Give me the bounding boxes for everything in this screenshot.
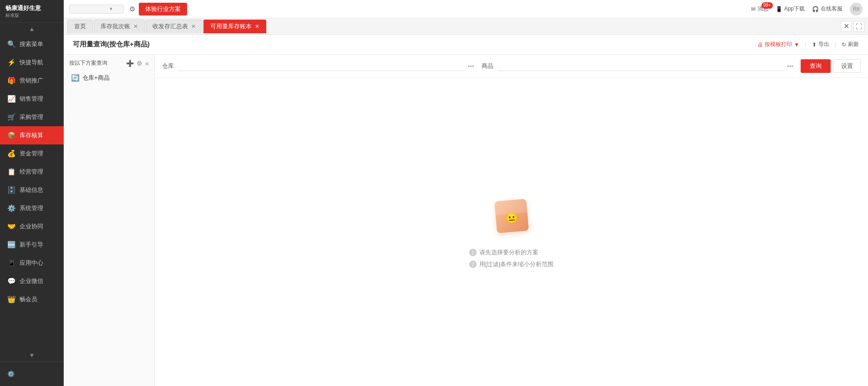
hint-text-1: 请先选择要分析的方案 bbox=[479, 248, 538, 257]
topbar-search-input[interactable] bbox=[72, 6, 109, 12]
product-input[interactable] bbox=[497, 61, 784, 71]
purchase-icon: 🛒 bbox=[7, 113, 16, 121]
sidebar-item-shortcut[interactable]: ⚡ 快捷导航 bbox=[0, 53, 64, 72]
empty-hints: 1 请先选择要分析的方案 2 用[过滤]条件来缩小分析范围 bbox=[469, 248, 553, 268]
message-icon: ✉ bbox=[751, 6, 756, 12]
product-more-icon[interactable]: ••• bbox=[787, 63, 793, 70]
tab-home[interactable]: 首页 bbox=[67, 20, 93, 33]
sidebar-label-purchase: 采购管理 bbox=[20, 113, 43, 121]
sidebar-item-member[interactable]: 👑 畅会员 bbox=[0, 290, 64, 309]
sidebar-scroll-down[interactable]: ▼ bbox=[0, 349, 64, 361]
sidebar-settings-footer[interactable]: ⚙️ bbox=[0, 365, 64, 382]
tab-summary-close[interactable]: ✕ bbox=[191, 23, 196, 30]
marketing-icon: 🎁 bbox=[7, 77, 16, 85]
sidebar-label-marketing: 营销推广 bbox=[20, 77, 43, 85]
system-icon: ⚙️ bbox=[7, 204, 16, 212]
guide-icon: 🆕 bbox=[7, 241, 16, 249]
sidebar-label-shortcut: 快捷导航 bbox=[20, 58, 43, 67]
sidebar-label-enterprise: 企业协同 bbox=[20, 222, 43, 231]
print-label: 按模板打印 bbox=[765, 41, 792, 48]
print-icon: 🖨 bbox=[757, 41, 763, 48]
tab-available-close[interactable]: ✕ bbox=[255, 23, 259, 30]
online-service-label: 在线客服 bbox=[821, 5, 843, 13]
warehouse-input[interactable] bbox=[178, 61, 464, 71]
sidebar-item-enterprise[interactable]: 🤝 企业协同 bbox=[0, 217, 64, 236]
empty-hint-2: 2 用[过滤]条件来缩小分析范围 bbox=[469, 260, 553, 268]
user-avatar[interactable]: Rit bbox=[850, 3, 863, 15]
warehouse-more-icon[interactable]: ••• bbox=[468, 63, 474, 70]
sidebar-item-guide[interactable]: 🆕 新手引导 bbox=[0, 236, 64, 254]
tabbar-expand-button[interactable]: ⛶ bbox=[853, 21, 864, 32]
topbar-gear-icon[interactable]: ⚙ bbox=[129, 5, 135, 13]
sidebar-item-inventory[interactable]: 📦 库存核算 bbox=[0, 126, 64, 144]
service-icon: 🎧 bbox=[812, 6, 819, 12]
scheme-item-warehouse-product[interactable]: 🔄 仓库+商品 bbox=[64, 70, 154, 86]
tab-available[interactable]: 可用量库存账本 ✕ bbox=[203, 20, 266, 33]
sidebar-item-system[interactable]: ⚙️ 系统管理 bbox=[0, 199, 64, 217]
sidebar-item-search[interactable]: 🔍 搜索菜单 bbox=[0, 35, 64, 53]
topbar-search-group[interactable]: ▼ bbox=[69, 5, 124, 14]
query-button[interactable]: 查询 bbox=[801, 59, 831, 73]
apps-icon: 📱 bbox=[7, 259, 16, 267]
main-area: ▼ ⚙ 体验行业方案 ✉ 消息 99+ 📱 App下载 🎧 在线客服 Rit bbox=[64, 0, 868, 386]
message-button[interactable]: ✉ 消息 99+ bbox=[751, 5, 768, 13]
empty-box: 😐 bbox=[494, 199, 529, 233]
refresh-label: 刷新 bbox=[848, 41, 859, 48]
hint-text-2: 用[过滤]条件来缩小分析范围 bbox=[479, 260, 553, 268]
print-button[interactable]: 🖨 按模板打印 ▼ bbox=[757, 41, 799, 48]
left-panel-header: 按以下方案查询 ➕ ⚙ « bbox=[64, 55, 154, 70]
product-label: 商品 bbox=[482, 62, 493, 70]
message-badge: 99+ bbox=[761, 2, 773, 9]
topbar-dropdown-icon[interactable]: ▼ bbox=[109, 6, 113, 11]
wechat-icon: 💬 bbox=[7, 277, 16, 285]
hint-num-1: 1 bbox=[469, 249, 477, 256]
filter-bar: 仓库 ••• 商品 ••• 查询 设置 bbox=[155, 55, 868, 78]
add-scheme-icon[interactable]: ➕ bbox=[126, 60, 134, 67]
filter-settings-button[interactable]: 设置 bbox=[833, 59, 861, 73]
sidebar-item-wechat[interactable]: 💬 企业微信 bbox=[0, 272, 64, 290]
export-button[interactable]: ⬆ 导出 bbox=[812, 41, 829, 48]
print-dropdown-icon[interactable]: ▼ bbox=[794, 41, 799, 48]
tab-batch-label: 库存批次账 bbox=[101, 22, 130, 31]
app-download-button[interactable]: 📱 App下载 bbox=[776, 5, 805, 13]
tab-available-label: 可用量库存账本 bbox=[210, 22, 252, 31]
tabbar-actions: ✕ ⛶ bbox=[841, 21, 864, 32]
sidebar-item-marketing[interactable]: 🎁 营销推广 bbox=[0, 72, 64, 90]
sidebar-item-sales[interactable]: 📈 销售管理 bbox=[0, 90, 64, 108]
sidebar-nav: 🔍 搜索菜单 ⚡ 快捷导航 🎁 营销推广 📈 销售管理 🛒 采购管理 📦 库存核… bbox=[0, 35, 64, 349]
refresh-button[interactable]: ↻ 刷新 bbox=[842, 41, 859, 48]
sidebar-label-sales: 销售管理 bbox=[20, 95, 43, 103]
settings-scheme-icon[interactable]: ⚙ bbox=[137, 60, 142, 67]
search-icon: 🔍 bbox=[7, 40, 16, 48]
scheme-item-label: 仓库+商品 bbox=[82, 74, 110, 82]
tab-batch-close[interactable]: ✕ bbox=[133, 23, 138, 30]
page-title: 可用量查询(按仓库+商品) bbox=[73, 40, 150, 49]
tab-bar: 首页 库存批次账 ✕ 收发存汇总表 ✕ 可用量库存账本 ✕ ✕ ⛶ bbox=[64, 18, 868, 35]
inventory-icon: 📦 bbox=[7, 131, 16, 139]
tab-summary[interactable]: 收发存汇总表 ✕ bbox=[146, 20, 203, 33]
sidebar-label-inventory: 库存核算 bbox=[20, 131, 43, 139]
sidebar-item-finance[interactable]: 💰 资金管理 bbox=[0, 144, 64, 163]
operations-icon: 📋 bbox=[7, 168, 16, 176]
collapse-panel-icon[interactable]: « bbox=[145, 60, 149, 67]
tab-summary-label: 收发存汇总表 bbox=[152, 22, 188, 31]
sidebar-scroll-up[interactable]: ▲ bbox=[0, 23, 64, 35]
tab-batch[interactable]: 库存批次账 ✕ bbox=[94, 20, 145, 33]
app-download-label: App下载 bbox=[784, 5, 805, 13]
sidebar-item-basic[interactable]: 🗄️ 基础信息 bbox=[0, 181, 64, 199]
sidebar-item-purchase[interactable]: 🛒 采购管理 bbox=[0, 108, 64, 126]
content-area: 按以下方案查询 ➕ ⚙ « 🔄 仓库+商品 仓库 ••• bbox=[64, 55, 868, 386]
scheme-item-icon: 🔄 bbox=[71, 74, 80, 82]
right-content: 仓库 ••• 商品 ••• 查询 设置 😐 bbox=[155, 55, 868, 386]
sidebar-label-system: 系统管理 bbox=[20, 204, 43, 212]
trial-button[interactable]: 体验行业方案 bbox=[139, 3, 187, 15]
sidebar-label-search: 搜索菜单 bbox=[20, 40, 43, 48]
tabbar-close-button[interactable]: ✕ bbox=[841, 21, 852, 32]
online-service-button[interactable]: 🎧 在线客服 bbox=[812, 5, 843, 13]
sidebar-label-operations: 经营管理 bbox=[20, 168, 43, 176]
sidebar-item-operations[interactable]: 📋 经营管理 bbox=[0, 163, 64, 181]
warehouse-filter-field: 仓库 ••• bbox=[162, 61, 474, 71]
finance-icon: 💰 bbox=[7, 149, 16, 158]
sidebar-item-apps[interactable]: 📱 应用中心 bbox=[0, 254, 64, 272]
refresh-icon: ↻ bbox=[842, 41, 846, 48]
